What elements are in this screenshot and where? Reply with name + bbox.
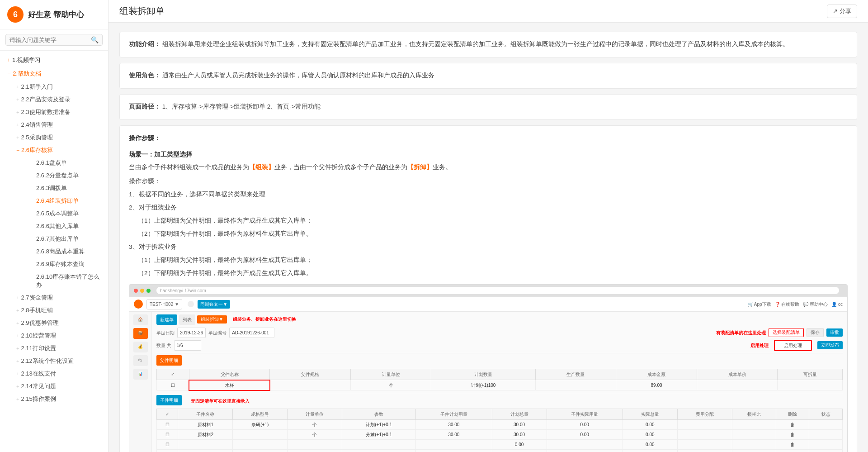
system-name: TEST-H002 (150, 300, 173, 308)
path-text: 1、库存核算->库存管理->组装拆卸单 2、首页->常用功能 (162, 103, 321, 110)
step3-1: （1）上部明细为父件明细，最终作为原材料生成其它出库单； (129, 255, 848, 266)
sidebar-item-transfer[interactable]: 2.6.3调拨单 (33, 182, 108, 195)
assembly-type-btn[interactable]: 组装拆卸▼ (197, 315, 227, 324)
expand-icon: + (7, 57, 10, 63)
stock-sub-items: 2.6.1盘点单 2.6.2分量盘点单 2.6.3调拨单 2.6.4组装拆卸单 … (13, 157, 108, 291)
sidebar-item-assembly[interactable]: 2.6.4组装拆卸单 (33, 195, 108, 207)
table-row: ☐ 原材料1 条码(+1) 个 计划(+1)+0.1 30.00 30.00 0… (157, 419, 843, 429)
col-cost-unit: 成本单价 (697, 369, 778, 380)
sidebar-item-partial-stocktake[interactable]: 2.6.2分量盘点单 (33, 169, 108, 182)
sidebar-item-other-out[interactable]: 2.6.7其他出库单 (33, 233, 108, 245)
col-plan-qty: 计划数量 (431, 369, 535, 380)
nav-buy[interactable]: 🛍 (133, 355, 148, 366)
submit-btn[interactable]: 立即发布 (817, 341, 843, 349)
url-bar: haoshengyi.17win.com (156, 287, 839, 294)
date-input[interactable]: 2019-12-26 (177, 328, 206, 338)
step1: 1、根据不同的业务，选择不同单据的类型来处理 (129, 190, 848, 200)
nav-tree: + 1.视频学习 − 2.帮助文档 + 2.1新手入门 + 2.2产品安装及登录… (0, 51, 108, 452)
cell-disassemble (778, 380, 843, 390)
collapse-icon: − (16, 147, 19, 153)
cell-parent-name[interactable]: 水杯 (189, 380, 270, 390)
cell-parent-spec (270, 380, 351, 390)
sidebar-item-video[interactable]: + 1.视频学习 (0, 53, 108, 67)
logo-icon: 6 (7, 6, 24, 23)
qty-label: 数量 共 (156, 342, 171, 349)
app-icon: 🛒 App下载 (748, 300, 771, 308)
docno-label: 单据编号 (208, 329, 226, 337)
app-body: 🏠 📦 💰 🛍 📊 新建单 列表 (129, 312, 847, 452)
child-col-delete: 删除 (776, 409, 809, 419)
expand-icon: + (16, 135, 19, 140)
step2: 2、对于组装业务 (129, 203, 848, 213)
sidebar: 6 好生意 帮助中心 🔍 + 1.视频学习 − 2.帮助文档 + 2.1新手入门… (0, 0, 108, 452)
save-btn[interactable]: 保存 (807, 328, 824, 337)
app-sidebar: 🏠 📦 💰 🛍 📊 (129, 312, 152, 452)
sidebar-item-ops[interactable]: + 2.10经营管理 (13, 329, 108, 342)
sidebar-item-customize[interactable]: + 2.12系统个性化设置 (13, 355, 108, 367)
path-label: 页面路径： (129, 103, 160, 110)
nav-home[interactable]: 🏠 (133, 314, 148, 325)
settings-icon (188, 301, 194, 307)
nav-sales[interactable]: 💰 (133, 342, 148, 352)
enabled-input[interactable]: 启用处理 (774, 340, 812, 351)
sidebar-item-faq[interactable]: + 2.14常见问题 (13, 380, 108, 393)
sidebar-item-cost-adjust[interactable]: 2.6.5成本调整单 (33, 207, 108, 220)
cell-check[interactable]: ☐ (157, 380, 189, 390)
approve-btn[interactable]: 审批 (826, 328, 843, 337)
sidebar-item-prepare[interactable]: + 2.3使用前数据准备 (13, 106, 108, 119)
header-icons: 🛒 App下载 ❓ 在线帮助 💬 帮助中心 👤 cc (748, 300, 843, 308)
sidebar-item-print[interactable]: + 2.11打印设置 (13, 342, 108, 355)
sidebar-item-stock[interactable]: − 2.6库存核算 (13, 144, 108, 157)
parent-table-header: 父件明细 (156, 355, 843, 367)
sidebar-item-cases[interactable]: + 2.15操作案例 (13, 393, 108, 405)
search-icon[interactable]: 🔍 (91, 36, 99, 43)
sidebar-item-finance[interactable]: + 2.7资金管理 (13, 291, 108, 304)
sidebar-header: 6 好生意 帮助中心 (0, 0, 108, 29)
topbar: 组装拆卸单 ↗ 分享 (108, 0, 868, 23)
step2-2: （2）下部明细为子件明细，最终作为原材料生成其它出库单。 (129, 229, 848, 239)
nav-report[interactable]: 📊 (133, 369, 148, 380)
share-button[interactable]: ↗ 分享 (827, 5, 857, 18)
nav-stock[interactable]: 📦 (133, 328, 148, 339)
date-label: 单据日期 (156, 329, 175, 337)
cell-prod-qty[interactable] (535, 380, 616, 390)
screenshot-inner: haoshengyi.17win.com TEST-H002 ▼ 同期账套一▼ … (129, 285, 847, 452)
expand-icon: + (16, 109, 19, 115)
docs-children: + 2.1新手入门 + 2.2产品安装及登录 + 2.3使用前数据准备 + 2.… (0, 81, 108, 405)
tab-list[interactable]: 列表 (179, 314, 195, 325)
tab-new[interactable]: 新建单 (156, 314, 177, 325)
step3: 3、对于拆装业务 (129, 242, 848, 252)
sidebar-item-stocktake[interactable]: 2.6.1盘点单 (33, 157, 108, 169)
sidebar-item-stock-check[interactable]: 2.6.9库存账本查询 (33, 258, 108, 271)
scenario1-desc: 当由多个子件材料组装成一个成品的业务为【组装】业务，当由一个父件拆分成多个子产品… (129, 162, 848, 173)
expand-icon: + (16, 371, 19, 376)
divider1 (156, 353, 843, 353)
sidebar-item-coupon[interactable]: + 2.9优惠券管理 (13, 317, 108, 329)
expand-icon: + (16, 84, 19, 90)
sidebar-item-online-pay[interactable]: + 2.13在线支付 (13, 367, 108, 380)
sidebar-item-purchase[interactable]: + 2.5采购管理 (13, 131, 108, 144)
docno-input[interactable]: AD-20191226-001 (229, 328, 274, 338)
select-bom-btn[interactable]: 选择装配清单 (769, 328, 804, 337)
child-col-status: 状态 (809, 409, 843, 419)
sidebar-item-sales[interactable]: + 2.4销售管理 (13, 119, 108, 131)
system-selector[interactable]: TEST-H002 ▼ (146, 299, 182, 309)
sidebar-item-newcomer[interactable]: + 2.1新手入门 (13, 81, 108, 93)
col-prod-qty: 生产数量 (535, 369, 616, 380)
sidebar-item-mobile[interactable]: + 2.8手机旺铺 (13, 304, 108, 317)
collapse-icon: − (7, 70, 11, 77)
sidebar-item-cost-recalc[interactable]: 2.6.8商品成本重算 (33, 245, 108, 258)
form-row2: 数量 共 1/6 启用处理 启用处理 立即发布 (156, 340, 843, 351)
search-input[interactable] (9, 37, 91, 43)
main-area: 组装拆卸单 ↗ 分享 功能介绍： 组装拆卸单用来处理企业组装或拆卸等加工业务，支… (108, 0, 868, 452)
sidebar-item-other-in[interactable]: 2.6.6其他入库单 (33, 220, 108, 233)
sidebar-item-docs[interactable]: − 2.帮助文档 (0, 67, 108, 81)
screenshot-container: haoshengyi.17win.com TEST-H002 ▼ 同期账套一▼ … (129, 284, 848, 452)
qty-input[interactable]: 1/6 (174, 340, 201, 351)
parent-section-label: 父件明细 (156, 355, 182, 366)
child-col-actual-use: 子件实际用量 (547, 409, 623, 419)
sidebar-item-install[interactable]: + 2.2产品安装及登录 (13, 93, 108, 106)
sidebar-item-stock-error[interactable]: 2.6.10库存账本错了怎么办 (33, 271, 108, 291)
parent-table: ✓ 父件名称 父件规格 计量单位 计划数量 生产数量 成本金额 成本单价 可拆量 (156, 369, 843, 391)
app-title: 好生意 帮助中心 (28, 10, 84, 20)
